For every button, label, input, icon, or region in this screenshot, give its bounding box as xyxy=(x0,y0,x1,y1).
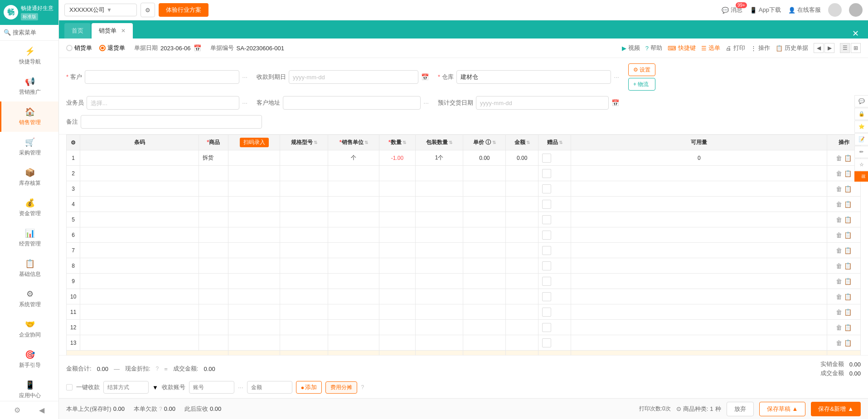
row-barcode-2[interactable] xyxy=(80,166,199,181)
tool-print[interactable]: 🖨 打印 xyxy=(726,44,745,52)
delete-icon-6[interactable]: 🗑 xyxy=(836,231,842,239)
copy-icon-2[interactable]: 📋 xyxy=(844,170,852,177)
tool-help[interactable]: ? 帮助 xyxy=(645,44,662,52)
row-quantity-5[interactable] xyxy=(379,212,415,227)
row-unit-price-12[interactable] xyxy=(463,320,506,335)
due-date-input[interactable] xyxy=(289,70,418,84)
row-pack-qty-12[interactable] xyxy=(415,320,463,335)
delete-icon-7[interactable]: 🗑 xyxy=(836,247,842,254)
tab-close-icon[interactable]: ✕ xyxy=(121,28,126,34)
row-product-1[interactable]: 拆货 xyxy=(199,150,228,166)
row-gift-11[interactable] xyxy=(538,304,571,320)
row-gift-12[interactable] xyxy=(538,320,571,335)
scan-btn[interactable]: 扫码录入 xyxy=(240,138,269,147)
row-gift-8[interactable] xyxy=(538,258,571,274)
right-btn-fav[interactable]: ☆ xyxy=(854,159,868,171)
due-date-calendar-icon[interactable]: 📅 xyxy=(421,73,429,81)
app-download-btn[interactable]: 📱 App下载 xyxy=(750,6,781,14)
avatar[interactable] xyxy=(828,3,842,17)
row-spec-1[interactable] xyxy=(280,150,328,166)
row-pack-qty-4[interactable] xyxy=(415,197,463,212)
row-gift-10[interactable] xyxy=(538,289,571,304)
row-product-5[interactable] xyxy=(199,212,228,227)
row-gift-4[interactable] xyxy=(538,197,571,212)
trial-btn[interactable]: 体验行业方案 xyxy=(159,3,209,17)
customer-dots-icon[interactable]: ··· xyxy=(242,73,247,81)
row-unit-13[interactable] xyxy=(328,335,379,351)
tool-video[interactable]: ▶ 视频 xyxy=(622,44,640,52)
row-gift-2[interactable] xyxy=(538,166,571,181)
save-new-btn[interactable]: 保存&新增 ▲ xyxy=(811,402,861,416)
gift-checkbox-11[interactable] xyxy=(542,308,551,317)
tool-operate[interactable]: ⋮ 操作 xyxy=(751,44,770,52)
row-quantity-9[interactable] xyxy=(379,274,415,289)
row-product-3[interactable] xyxy=(199,181,228,197)
row-spec-6[interactable] xyxy=(280,227,328,243)
delete-icon-12[interactable]: 🗑 xyxy=(836,324,842,331)
delete-icon-10[interactable]: 🗑 xyxy=(836,293,842,300)
row-amount-1[interactable]: 0.00 xyxy=(506,150,538,166)
row-unit-price-13[interactable] xyxy=(463,335,506,351)
row-amount-6[interactable] xyxy=(506,227,538,243)
delete-icon-9[interactable]: 🗑 xyxy=(836,278,842,285)
row-unit-2[interactable] xyxy=(328,166,379,181)
tab-home[interactable]: 首页 xyxy=(64,23,91,39)
company-selector[interactable]: XXXXXX公司 ▼ xyxy=(64,4,137,16)
row-spec-8[interactable] xyxy=(280,258,328,274)
copy-icon-3[interactable]: 📋 xyxy=(844,185,852,193)
row-gift-5[interactable] xyxy=(538,212,571,227)
row-product-6[interactable] xyxy=(199,227,228,243)
row-pack-qty-11[interactable] xyxy=(415,304,463,320)
copy-icon-10[interactable]: 📋 xyxy=(844,293,852,300)
row-unit-price-1[interactable]: 0.00 xyxy=(463,150,506,166)
row-pack-qty-1[interactable]: 1个 xyxy=(415,150,463,166)
row-barcode-7[interactable] xyxy=(80,243,199,258)
sidebar-item-capital[interactable]: 💰 资金管理 xyxy=(0,193,58,223)
row-unit-price-11[interactable] xyxy=(463,304,506,320)
row-amount-13[interactable] xyxy=(506,335,538,351)
discount-question-icon[interactable]: ? xyxy=(156,366,159,372)
sidebar-item-guide[interactable]: 🎯 新手引导 xyxy=(0,344,58,375)
row-spec-9[interactable] xyxy=(280,274,328,289)
amount-input[interactable] xyxy=(247,381,292,394)
row-gift-13[interactable] xyxy=(538,335,571,351)
delete-icon-1[interactable]: 🗑 xyxy=(836,154,842,162)
row-unit-4[interactable] xyxy=(328,197,379,212)
message-btn[interactable]: 💬 消息 99+ xyxy=(722,6,742,14)
row-unit-11[interactable] xyxy=(328,304,379,320)
add-btn[interactable]: ● 添加 xyxy=(296,381,322,394)
row-unit-price-10[interactable] xyxy=(463,289,506,304)
avatar2[interactable] xyxy=(849,3,863,17)
row-gift-3[interactable] xyxy=(538,181,571,197)
sidebar-item-inventory[interactable]: 📦 库存核算 xyxy=(0,162,58,193)
row-gift-9[interactable] xyxy=(538,274,571,289)
row-pack-qty-3[interactable] xyxy=(415,181,463,197)
row-pack-qty-9[interactable] xyxy=(415,274,463,289)
tab-close-all-icon[interactable]: ✕ xyxy=(849,29,863,39)
copy-icon-8[interactable]: 📋 xyxy=(844,262,852,270)
right-btn-note[interactable]: 📝 xyxy=(854,133,868,145)
gift-checkbox-9[interactable] xyxy=(542,277,551,286)
right-btn-edit[interactable]: ✏ xyxy=(854,146,868,158)
gift-checkbox-13[interactable] xyxy=(542,338,551,347)
row-barcode-11[interactable] xyxy=(80,304,199,320)
gift-checkbox-7[interactable] xyxy=(542,246,551,255)
one-click-checkbox[interactable] xyxy=(66,384,73,390)
sidebar-item-app-center[interactable]: 📱 应用中心 xyxy=(0,375,58,401)
sidebar-item-enterprise[interactable]: 🤝 企业协同 xyxy=(0,314,58,344)
sidebar-search[interactable]: 🔍 搜索菜单 xyxy=(0,25,58,41)
row-unit-1[interactable]: 个 xyxy=(328,150,379,166)
row-amount-12[interactable] xyxy=(506,320,538,335)
row-spec-2[interactable] xyxy=(280,166,328,181)
row-spec-10[interactable] xyxy=(280,289,328,304)
radio-sales-order[interactable]: 销货单 xyxy=(66,44,92,52)
row-quantity-4[interactable] xyxy=(379,197,415,212)
row-product-10[interactable] xyxy=(199,289,228,304)
settings-action-btn[interactable]: ⚙ 设置 xyxy=(628,63,655,76)
row-pack-qty-2[interactable] xyxy=(415,166,463,181)
gift-checkbox-5[interactable] xyxy=(542,215,551,224)
row-product-12[interactable] xyxy=(199,320,228,335)
tool-shortcut[interactable]: ⌨ 快捷键 xyxy=(668,44,696,52)
row-barcode-8[interactable] xyxy=(80,258,199,274)
collapse-icon[interactable]: ◀ xyxy=(39,406,44,414)
